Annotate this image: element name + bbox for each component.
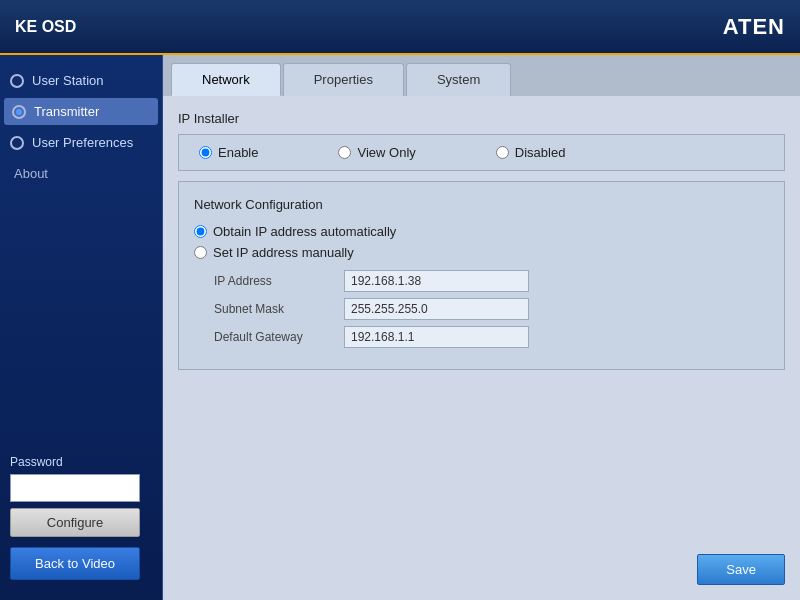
ip-installer-disabled[interactable]: Disabled [496, 145, 566, 160]
sidebar-item-user-station[interactable]: User Station [0, 65, 162, 96]
password-input[interactable] [10, 474, 140, 502]
radio-icon-transmitter [12, 105, 26, 119]
sidebar-item-about[interactable]: About [0, 158, 162, 189]
sidebar-item-transmitter[interactable]: Transmitter [4, 98, 158, 125]
tab-properties[interactable]: Properties [283, 63, 404, 96]
sidebar-label-user-preferences: User Preferences [32, 135, 133, 150]
sidebar-item-user-preferences[interactable]: User Preferences [0, 127, 162, 158]
field-row-ip: IP Address [194, 270, 769, 292]
aten-logo: ATEN [723, 14, 785, 40]
radio-manual-input[interactable] [194, 246, 207, 259]
back-to-video-button[interactable]: Back to Video [10, 547, 140, 580]
ip-address-label: IP Address [214, 274, 344, 288]
password-label: Password [10, 455, 152, 469]
ip-installer-view-only[interactable]: View Only [338, 145, 415, 160]
network-config-title: Network Configuration [194, 197, 769, 212]
field-row-gateway: Default Gateway [194, 326, 769, 348]
radio-icon-user-preferences [10, 136, 24, 150]
tab-system[interactable]: System [406, 63, 511, 96]
sidebar-label-transmitter: Transmitter [34, 104, 99, 119]
field-row-subnet: Subnet Mask [194, 298, 769, 320]
default-gateway-input[interactable] [344, 326, 529, 348]
sidebar-label-about: About [14, 166, 48, 181]
default-gateway-label: Default Gateway [214, 330, 344, 344]
sidebar-label-user-station: User Station [32, 73, 104, 88]
radio-auto-ip[interactable]: Obtain IP address automatically [194, 224, 769, 239]
ip-installer-enable[interactable]: Enable [199, 145, 258, 160]
radio-auto-input[interactable] [194, 225, 207, 238]
subnet-mask-input[interactable] [344, 298, 529, 320]
subnet-mask-label: Subnet Mask [214, 302, 344, 316]
radio-view-only[interactable] [338, 146, 351, 159]
password-section: Password Configure Back to Video [0, 445, 162, 590]
sidebar: User Station Transmitter User Preference… [0, 55, 163, 600]
header: KE OSD ATEN [0, 0, 800, 55]
radio-manual-ip[interactable]: Set IP address manually [194, 245, 769, 260]
ip-address-input[interactable] [344, 270, 529, 292]
content-area: Network Properties System IP Installer E… [163, 55, 800, 600]
configure-button[interactable]: Configure [10, 508, 140, 537]
tabs-bar: Network Properties System [163, 55, 800, 96]
panel: IP Installer Enable View Only Disabled N… [163, 96, 800, 600]
app-title: KE OSD [15, 18, 76, 36]
main-container: User Station Transmitter User Preference… [0, 55, 800, 600]
radio-icon-user-station [10, 74, 24, 88]
ip-installer-label: IP Installer [178, 111, 785, 126]
radio-disabled[interactable] [496, 146, 509, 159]
network-config-box: Network Configuration Obtain IP address … [178, 181, 785, 370]
ip-installer-options: Enable View Only Disabled [178, 134, 785, 171]
save-button[interactable]: Save [697, 554, 785, 585]
radio-enable[interactable] [199, 146, 212, 159]
tab-network[interactable]: Network [171, 63, 281, 96]
